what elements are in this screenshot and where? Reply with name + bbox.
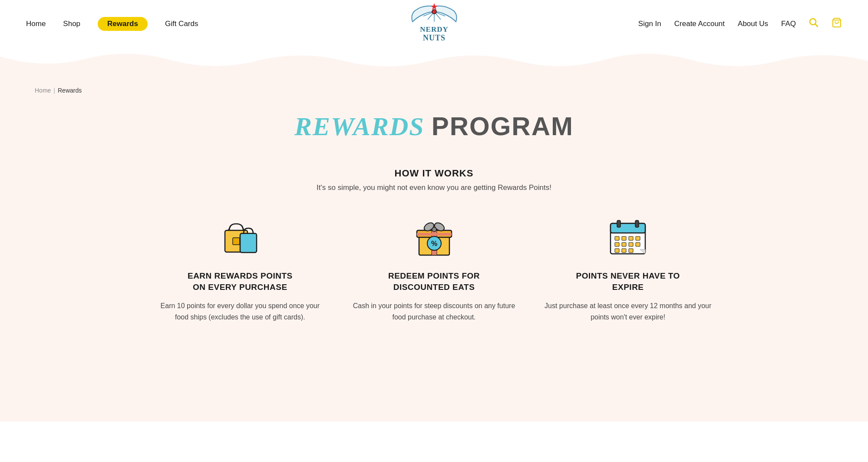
svg-rect-29 — [617, 220, 620, 227]
main-content: Home | Rewards REWARDSPROGRAM HOW IT WOR… — [0, 74, 868, 422]
svg-point-5 — [432, 10, 436, 14]
svg-rect-17 — [240, 233, 257, 253]
svg-rect-40 — [622, 249, 626, 253]
nav-create-account[interactable]: Create Account — [674, 20, 725, 28]
svg-text:NERDY: NERDY — [420, 25, 448, 33]
nav-right: Sign In Create Account About Us FAQ — [638, 17, 842, 30]
earn-title: EARN REWARDS POINTSON EVERY PURCHASE — [188, 270, 293, 292]
expire-icon — [602, 214, 654, 257]
svg-line-11 — [815, 24, 818, 27]
nav-gift-cards[interactable]: Gift Cards — [165, 20, 198, 28]
nav-sign-in[interactable]: Sign In — [638, 20, 661, 28]
nav-faq[interactable]: FAQ — [781, 20, 796, 28]
nav-shop[interactable]: Shop — [63, 20, 80, 28]
svg-rect-39 — [615, 249, 619, 253]
redeem-icon: % — [408, 214, 460, 257]
features-grid: EARN REWARDS POINTSON EVERY PURCHASE Ear… — [130, 214, 738, 322]
wave-divider — [0, 48, 868, 74]
feature-earn: EARN REWARDS POINTSON EVERY PURCHASE Ear… — [156, 214, 324, 322]
svg-rect-30 — [635, 220, 639, 227]
svg-rect-41 — [629, 249, 633, 253]
svg-rect-21 — [417, 233, 452, 236]
feature-redeem: % REDEEM POINTS FORDISCOUNTED EATS Cash … — [350, 214, 518, 322]
navbar: Home Shop Rewards Gift Cards NERDY NUTS — [0, 0, 868, 48]
svg-text:%: % — [431, 240, 437, 247]
svg-rect-16 — [233, 238, 240, 245]
svg-rect-33 — [629, 236, 633, 240]
redeem-title: REDEEM POINTS FORDISCOUNTED EATS — [388, 270, 480, 292]
search-button[interactable] — [809, 18, 818, 30]
breadcrumb-home[interactable]: Home — [35, 87, 51, 94]
svg-rect-31 — [615, 236, 619, 240]
title-rewards: REWARDS — [294, 112, 425, 141]
earn-desc: Earn 10 points for every dollar you spen… — [156, 300, 324, 322]
svg-rect-32 — [622, 236, 626, 240]
expire-desc: Just purchase at least once every 12 mon… — [544, 300, 712, 322]
page-title: REWARDSPROGRAM — [0, 111, 868, 142]
svg-point-24 — [432, 227, 436, 232]
nav-about-us[interactable]: About Us — [738, 20, 768, 28]
how-it-works-subtitle: It's so simple, you might not even know … — [0, 183, 868, 192]
svg-rect-34 — [636, 236, 640, 240]
nav-home[interactable]: Home — [26, 20, 46, 28]
title-program: PROGRAM — [432, 112, 574, 141]
how-it-works-section: HOW IT WORKS It's so simple, you might n… — [0, 168, 868, 192]
breadcrumb-separator: | — [53, 87, 55, 94]
how-it-works-title: HOW IT WORKS — [0, 168, 868, 179]
svg-rect-37 — [629, 243, 633, 246]
svg-text:NUTS: NUTS — [422, 33, 445, 42]
svg-rect-36 — [622, 243, 626, 246]
redeem-desc: Cash in your points for steep discounts … — [350, 300, 518, 322]
earn-icon — [214, 214, 266, 257]
search-icon — [809, 18, 818, 27]
svg-rect-38 — [636, 243, 640, 246]
breadcrumb-current: Rewards — [58, 87, 82, 94]
nav-left: Home Shop Rewards Gift Cards — [26, 17, 198, 31]
logo[interactable]: NERDY NUTS — [406, 2, 462, 47]
svg-rect-35 — [615, 243, 619, 246]
nav-rewards[interactable]: Rewards — [98, 17, 148, 31]
svg-rect-28 — [611, 223, 645, 233]
breadcrumb: Home | Rewards — [0, 83, 868, 107]
cart-button[interactable] — [832, 17, 842, 30]
feature-expire: POINTS NEVER HAVE TOEXPIRE Just purchase… — [544, 214, 712, 322]
expire-title: POINTS NEVER HAVE TOEXPIRE — [576, 270, 680, 292]
cart-icon — [832, 17, 842, 28]
